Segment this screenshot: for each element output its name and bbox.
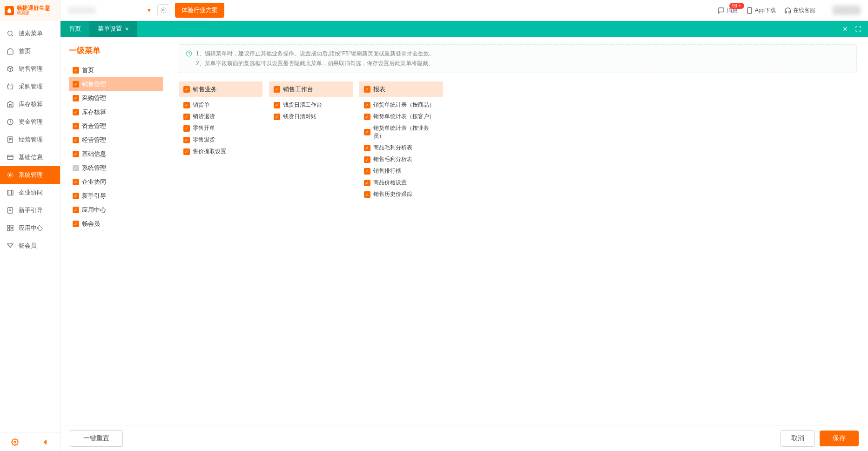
level1-menu-item[interactable]: ✓经营管理	[69, 133, 163, 147]
menu-group-header[interactable]: ✓销售工作台	[269, 81, 353, 97]
menu-group-item[interactable]: ✓销货退货	[183, 113, 258, 121]
menu-group-item[interactable]: ✓商品价格设置	[364, 179, 438, 187]
checkbox-icon[interactable]: ✓	[364, 191, 370, 198]
checkbox-icon[interactable]: ✓	[274, 86, 280, 93]
checkbox-icon[interactable]: ✓	[183, 125, 190, 132]
fullscreen-icon[interactable]	[854, 25, 862, 33]
checkbox-icon[interactable]: ✓	[364, 102, 370, 108]
checkbox-icon[interactable]: ✓	[364, 114, 370, 120]
org-selector[interactable]: ▼	[68, 7, 152, 14]
checkbox-icon[interactable]: ✓	[364, 129, 370, 135]
level1-menu-item[interactable]: ✓系统管理	[69, 161, 163, 175]
svg-rect-14	[7, 229, 10, 231]
checkbox-icon[interactable]: ✓	[73, 221, 79, 227]
menu-group-item[interactable]: ✓钱货日清对账	[274, 113, 348, 121]
sidebar-item-label: 企业协同	[19, 188, 43, 197]
menu-group-item[interactable]: ✓销货单统计表（按商品）	[364, 101, 438, 109]
level1-menu-item[interactable]: ✓库存核算	[69, 105, 163, 119]
sidebar-item[interactable]: 基础信息	[0, 148, 60, 166]
checkbox-icon[interactable]: ✓	[73, 179, 79, 185]
level1-menu-item[interactable]: ✓销售管理	[69, 77, 163, 91]
level1-menu-item[interactable]: ✓资金管理	[69, 119, 163, 133]
checkbox-icon[interactable]: ✓	[73, 193, 79, 199]
sidebar-item[interactable]: 新手引导	[0, 202, 60, 219]
checkbox-icon[interactable]: ✓	[274, 102, 280, 108]
industry-cta-button[interactable]: 体验行业方案	[175, 3, 224, 18]
menu-group-item[interactable]: ✓钱货日清工作台	[274, 101, 348, 109]
checkbox-icon[interactable]: ✓	[364, 145, 370, 151]
header-settings-button[interactable]	[157, 4, 169, 16]
sidebar-item[interactable]: 销售管理	[0, 60, 60, 78]
reset-button[interactable]: 一键重置	[70, 430, 123, 447]
checkbox-icon[interactable]: ✓	[73, 81, 79, 88]
save-button[interactable]: 保存	[820, 431, 859, 446]
level1-menu-item[interactable]: ✓新手引导	[69, 189, 163, 203]
checkbox-icon[interactable]: ✓	[183, 86, 190, 93]
tab-close-icon[interactable]: ✕	[125, 26, 129, 32]
settings-icon[interactable]	[11, 438, 19, 446]
sidebar-item[interactable]: 库存核算	[0, 95, 60, 113]
svg-point-0	[8, 31, 12, 35]
checkbox-icon[interactable]: ✓	[73, 151, 79, 157]
tab[interactable]: 菜单设置✕	[89, 21, 137, 37]
checkbox-icon[interactable]: ✓	[274, 114, 280, 120]
level1-menu-item[interactable]: ✓首页	[69, 63, 163, 77]
checkbox-icon[interactable]: ✓	[183, 102, 190, 108]
level1-menu-item[interactable]: ✓基础信息	[69, 147, 163, 161]
sidebar-item[interactable]: 经营管理	[0, 131, 60, 148]
checkbox-icon[interactable]: ✓	[183, 148, 190, 155]
menu-group-item[interactable]: ✓零售开单	[183, 124, 258, 132]
menu-group-header[interactable]: ✓销售业务	[179, 81, 262, 97]
tab[interactable]: 首页	[61, 21, 89, 37]
checkbox-icon[interactable]: ✓	[364, 168, 370, 175]
svg-rect-13	[11, 225, 13, 228]
sidebar-item[interactable]: 采购管理	[0, 78, 60, 95]
collapse-icon[interactable]	[41, 438, 49, 446]
online-service-button[interactable]: 在线客服	[784, 7, 815, 14]
level1-menu-item[interactable]: ✓企业协同	[69, 175, 163, 189]
sidebar-item[interactable]: 应用中心	[0, 219, 60, 237]
checkbox-icon[interactable]: ✓	[183, 114, 190, 120]
level1-menu-item[interactable]: ✓采购管理	[69, 91, 163, 105]
sidebar-item[interactable]: 畅会员	[0, 237, 60, 255]
menu-group-item[interactable]: ✓商品毛利分析表	[364, 144, 438, 152]
sidebar-item[interactable]: 企业协同	[0, 184, 60, 202]
checkbox-icon[interactable]: ✓	[364, 156, 370, 163]
menu-group-item[interactable]: ✓零售退货	[183, 136, 258, 144]
sidebar: 畅捷通好生意 精易版 搜索菜单首页销售管理采购管理库存核算资金管理经营管理基础信…	[0, 0, 61, 451]
messages-button[interactable]: 消息 99 +	[718, 7, 738, 14]
checkbox-icon[interactable]: ✓	[73, 207, 79, 213]
user-profile[interactable]	[833, 6, 861, 15]
level1-menu-item[interactable]: ✓应用中心	[69, 203, 163, 217]
tip-line: 1、编辑菜单时，建议停止其他业务操作。设置成功后,须按"F5"键刷新页面或重新登…	[196, 49, 435, 58]
menu-group-item[interactable]: ✓销货单统计表（按客户）	[364, 113, 438, 121]
close-all-tabs-icon[interactable]	[841, 25, 849, 33]
sidebar-item[interactable]: 首页	[0, 42, 60, 60]
checkbox-icon[interactable]: ✓	[364, 86, 370, 93]
menu-group-item[interactable]: ✓售价提取设置	[183, 148, 258, 155]
cancel-button[interactable]: 取消	[781, 430, 815, 447]
sidebar-item[interactable]: 系统管理	[0, 166, 60, 184]
level1-menu-item[interactable]: ✓畅会员	[69, 217, 163, 231]
sidebar-item-label: 新手引导	[19, 206, 43, 215]
level1-menu-item-label: 畅会员	[82, 220, 100, 228]
svg-point-17	[162, 9, 164, 11]
menu-group-header[interactable]: ✓报表	[359, 81, 443, 97]
checkbox-icon[interactable]: ✓	[73, 123, 79, 129]
sidebar-item[interactable]: 资金管理	[0, 113, 60, 131]
menu-group-item[interactable]: ✓销售毛利分析表	[364, 155, 438, 163]
sidebar-item[interactable]: 搜索菜单	[0, 25, 60, 42]
tab-label: 菜单设置	[98, 25, 122, 33]
checkbox-icon[interactable]: ✓	[73, 137, 79, 143]
menu-group-item[interactable]: ✓销售历史价跟踪	[364, 190, 438, 198]
checkbox-icon[interactable]: ✓	[183, 137, 190, 143]
menu-group-item[interactable]: ✓销售排行榜	[364, 167, 438, 175]
checkbox-icon[interactable]: ✓	[73, 165, 79, 171]
checkbox-icon[interactable]: ✓	[364, 180, 370, 186]
app-download-button[interactable]: App下载	[746, 7, 776, 14]
checkbox-icon[interactable]: ✓	[73, 109, 79, 115]
menu-group-item[interactable]: ✓销货单	[183, 101, 258, 109]
checkbox-icon[interactable]: ✓	[73, 67, 79, 74]
menu-group-item[interactable]: ✓销货单统计表（按业务员）	[364, 124, 438, 140]
checkbox-icon[interactable]: ✓	[73, 95, 79, 101]
